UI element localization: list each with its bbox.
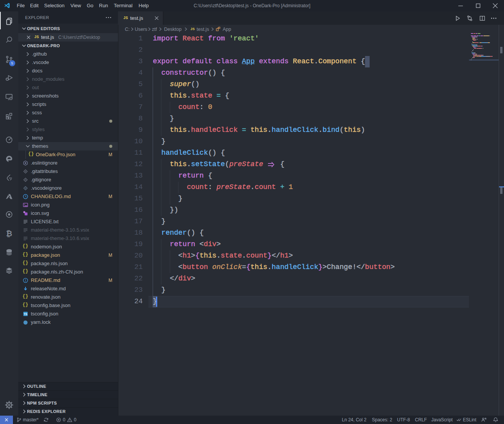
svg-text:TS: TS bbox=[24, 312, 27, 316]
svg-text:₿: ₿ bbox=[6, 229, 12, 238]
